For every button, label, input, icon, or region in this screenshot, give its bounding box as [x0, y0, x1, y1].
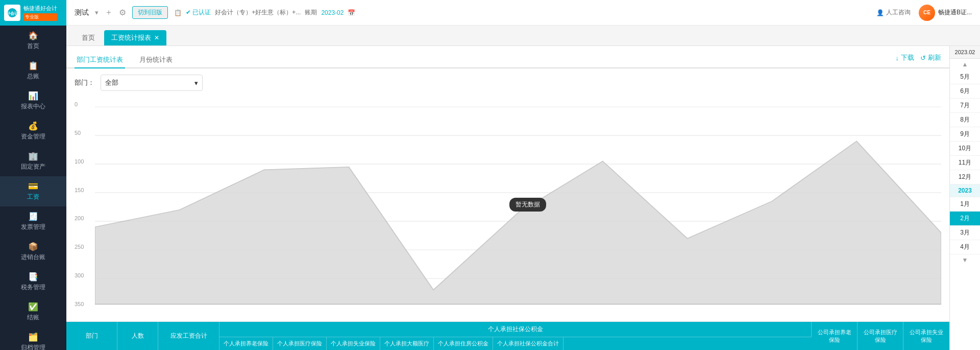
logo: 好会计 畅捷通好会计 专业版: [0, 0, 66, 26]
download-icon: ↓: [896, 54, 899, 62]
sidebar-label-archive: 归档管理: [21, 343, 45, 350]
col-company-pension: 公司承担养老保险: [812, 322, 857, 350]
sidebar-item-tax[interactable]: 📑税务管理: [0, 267, 66, 297]
date-2[interactable]: 2月: [950, 212, 980, 226]
sub-tabs: 部门工资统计表 月份统计表 ↓ 下载 ↺ 刷新: [66, 46, 949, 68]
sidebar-item-close[interactable]: ✅结账: [0, 297, 66, 327]
assets-icon: 🏢: [28, 151, 38, 161]
date-year-2023: 2023: [950, 184, 980, 197]
topbar-right: 👤 人工咨询 CE 畅捷通B证...: [876, 5, 972, 21]
logo-text: 畅捷通好会计: [23, 5, 57, 12]
group-header-personal: 个人承担社保公积金: [219, 322, 812, 337]
calendar-icon[interactable]: 📅: [348, 9, 355, 16]
tab-close-icon[interactable]: ✕: [154, 34, 159, 41]
date-12[interactable]: 12月: [950, 170, 980, 184]
sub-tab-month[interactable]: 月份统计表: [137, 52, 175, 68]
payroll-icon: 💳: [28, 181, 38, 191]
filter-bar: 部门： 全部 ▾: [66, 68, 949, 97]
ledger-icon: 📋: [28, 61, 38, 71]
archive-icon: 🗂️: [28, 332, 38, 342]
chart-container: 350 300 250 200 150 100 50 0: [75, 101, 941, 317]
filter-label: 部门：: [75, 78, 94, 87]
sidebar-label-assets: 固定资产: [21, 162, 45, 171]
date-display: 2023.02: [950, 46, 980, 59]
sidebar-label-payroll: 工资: [27, 193, 39, 201]
col-dept: 部门: [66, 322, 117, 350]
date-11[interactable]: 11月: [950, 156, 980, 170]
avatar: CE: [919, 5, 935, 21]
home-icon: 🏠: [28, 31, 38, 40]
chevron-down-icon: ▾: [194, 79, 198, 87]
main-panel: 部门工资统计表 月份统计表 ↓ 下载 ↺ 刷新: [66, 46, 949, 350]
y-axis: 350 300 250 200 150 100 50 0: [75, 101, 95, 307]
date-nav-up[interactable]: ▲: [950, 59, 980, 70]
date-panel: 2023.02 ▲ 5月 6月 7月 8月 9月 10月 11月 12月 202…: [949, 46, 980, 350]
sidebar-item-home[interactable]: 🏠首页: [0, 26, 66, 56]
sidebar-item-invoice[interactable]: 🧾发票管理: [0, 206, 66, 237]
sidebar: 好会计 畅捷通好会计 专业版 🏠首页📋总账📊报表中心💰资金管理🏢固定资产💳工资🧾…: [0, 0, 66, 350]
date-10[interactable]: 10月: [950, 142, 980, 156]
verified-icon: 📋: [174, 9, 182, 16]
date-7[interactable]: 7月: [950, 99, 980, 113]
help-btn[interactable]: 👤 人工咨询: [876, 8, 911, 17]
invoice-icon: 🧾: [28, 212, 38, 221]
sidebar-item-assets[interactable]: 🏢固定资产: [0, 146, 66, 176]
user-menu[interactable]: CE 畅捷通B证...: [919, 5, 972, 21]
topbar-dropdown-icon[interactable]: ▾: [95, 9, 99, 16]
main-area: 测试 ▾ ＋ ⚙ 切到旧版 📋 ✔ 已认证 好会计（专）+好生意（标）+... …: [66, 0, 980, 350]
date-3[interactable]: 3月: [950, 226, 980, 240]
topbar-add-icon[interactable]: ＋: [105, 7, 113, 18]
date-4[interactable]: 4月: [950, 240, 980, 254]
help-icon: 👤: [876, 9, 884, 16]
col-group-personal: 个人承担社保公积金 个人承担养老保险 个人承担医疗保险 个人承担失业保险 个人承…: [219, 322, 812, 350]
col-personal-pension: 个人承担养老保险: [219, 337, 273, 350]
refresh-icon: ↺: [920, 54, 926, 62]
sub-tab-dept[interactable]: 部门工资统计表: [75, 52, 125, 68]
sidebar-label-ledger: 总账: [27, 72, 39, 81]
chart-inner: 暂无数据: [95, 101, 941, 307]
chart-tooltip: 暂无数据: [509, 198, 546, 212]
logo-icon: 好会计: [4, 5, 20, 21]
logo-badge: 专业版: [23, 13, 57, 21]
sidebar-item-archive[interactable]: 🗂️归档管理: [0, 327, 66, 350]
sidebar-label-close: 结账: [27, 313, 39, 322]
date-1[interactable]: 1月: [950, 197, 980, 212]
dept-select[interactable]: 全部 ▾: [101, 75, 203, 91]
download-btn[interactable]: ↓ 下载: [896, 53, 915, 62]
topbar-status: 📋 ✔ 已认证 好会计（专）+好生意（标）+... 账期 2023-02 📅: [174, 8, 355, 17]
date-5[interactable]: 5月: [950, 70, 980, 84]
refresh-btn[interactable]: ↺ 刷新: [920, 53, 941, 62]
period-value: 2023-02: [321, 9, 344, 16]
topbar-title: 测试: [75, 8, 89, 17]
col-personal-major-medical: 个人承担大额医疗: [380, 337, 434, 350]
topbar-settings-icon[interactable]: ⚙: [119, 8, 126, 17]
sidebar-item-ledger[interactable]: 📋总账: [0, 56, 66, 86]
help-label: 人工咨询: [886, 8, 911, 17]
tabbar: 首页 工资统计报表 ✕: [66, 26, 980, 46]
col-total-salary: 应发工资合计: [158, 322, 219, 350]
date-6[interactable]: 6月: [950, 84, 980, 99]
funds-icon: 💰: [28, 121, 38, 131]
group-sub-personal: 个人承担养老保险 个人承担医疗保险 个人承担失业保险 个人承担大额医疗 个人承担…: [219, 337, 812, 350]
sidebar-item-purchase[interactable]: 📦进销台账: [0, 237, 66, 267]
sub-tab-actions: ↓ 下载 ↺ 刷新: [896, 53, 942, 66]
sidebar-label-invoice: 发票管理: [21, 223, 45, 231]
sidebar-label-tax: 税务管理: [21, 283, 45, 292]
col-personal-total: 个人承担社保公积金合计: [493, 337, 564, 350]
tab-home[interactable]: 首页: [75, 30, 102, 45]
date-8[interactable]: 8月: [950, 113, 980, 127]
content-area: 部门工资统计表 月份统计表 ↓ 下载 ↺ 刷新: [66, 46, 980, 350]
switch-old-btn[interactable]: 切到旧版: [132, 6, 168, 19]
date-nav-down[interactable]: ▼: [950, 254, 980, 266]
sidebar-item-reports[interactable]: 📊报表中心: [0, 86, 66, 116]
purchase-icon: 📦: [28, 242, 38, 251]
date-9[interactable]: 9月: [950, 127, 980, 142]
sidebar-item-payroll[interactable]: 💳工资: [0, 176, 66, 206]
col-company-unemployment: 公司承担失业保险: [903, 322, 949, 350]
sidebar-item-funds[interactable]: 💰资金管理: [0, 116, 66, 146]
sidebar-nav: 🏠首页📋总账📊报表中心💰资金管理🏢固定资产💳工资🧾发票管理📦进销台账📑税务管理✅…: [0, 26, 66, 350]
status-good: 好会计（专）+好生意（标）+...: [215, 8, 301, 17]
col-company-medical: 公司承担医疗保险: [857, 322, 903, 350]
col-personal-unemployment: 个人承担失业保险: [327, 337, 380, 350]
tab-payroll-report[interactable]: 工资统计报表 ✕: [104, 30, 166, 45]
